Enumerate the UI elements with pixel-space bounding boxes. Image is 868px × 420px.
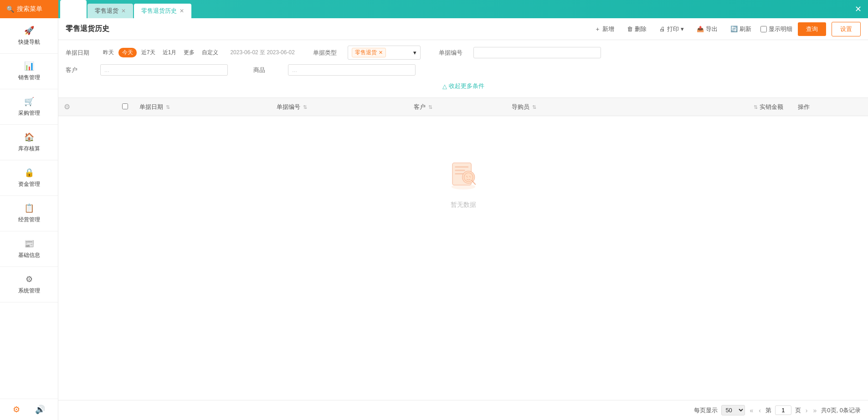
sidebar-item-system[interactable]: ⚙ 系统管理 — [0, 267, 58, 302]
sort-doc-date-icon: ⇅ — [166, 104, 170, 110]
window-close-btn[interactable]: ✕ — [848, 4, 868, 14]
sidebar-item-sales-label: 销售管理 — [18, 74, 40, 82]
sidebar-item-inventory[interactable]: 🏠 库存核算 — [0, 125, 58, 160]
sidebar-item-operations[interactable]: 📋 经营管理 — [0, 196, 58, 231]
doc-type-tag-close[interactable]: ✕ — [379, 50, 383, 56]
search-menu-btn[interactable]: 🔍 搜索菜单 — [0, 0, 58, 18]
print-label: 打印 — [667, 25, 679, 33]
basic-info-icon: 📰 — [24, 239, 34, 249]
empty-icon — [443, 153, 484, 194]
print-icon: 🖨 — [659, 26, 665, 32]
page-size-select[interactable]: 50 100 200 — [721, 405, 745, 415]
delete-btn[interactable]: 🗑 删除 — [623, 23, 650, 35]
query-btn[interactable]: 查询 — [798, 22, 826, 36]
export-icon: 📤 — [697, 26, 704, 32]
collapse-btn[interactable]: △ 收起更多条件 — [66, 80, 861, 92]
sidebar-item-quick-nav[interactable]: 🚀 快捷导航 — [0, 18, 58, 54]
total-info: 共0页, 0条记录 — [821, 406, 861, 415]
table-settings-col[interactable]: ⚙ — [58, 98, 116, 116]
delete-icon: 🗑 — [627, 26, 633, 32]
date-quick-btns: 昨天 今天 近7天 近1月 更多 自定义 — [100, 48, 221, 57]
svg-rect-2 — [455, 166, 468, 168]
new-btn[interactable]: ＋ 新增 — [591, 23, 618, 35]
table-col-customer-label: 客户 — [414, 103, 426, 110]
collapse-label: 收起更多条件 — [449, 82, 484, 90]
sidebar-item-basic-info[interactable]: 📰 基础信息 — [0, 231, 58, 267]
set-btn[interactable]: 设置 — [832, 22, 861, 36]
date-btn-7days[interactable]: 近7天 — [139, 48, 158, 57]
doc-no-input[interactable] — [473, 47, 601, 58]
purchase-icon: 🛒 — [24, 97, 34, 107]
tab-home[interactable]: 首页 — [60, 0, 87, 18]
empty-text: 暂无数据 — [451, 201, 476, 209]
sort-customer-icon: ⇅ — [428, 104, 432, 110]
tab-retail-return-close[interactable]: ✕ — [121, 8, 126, 14]
table-col-doc-no[interactable]: 单据编号 ⇅ — [271, 98, 408, 116]
first-page-btn[interactable]: « — [749, 407, 754, 414]
sidebar-item-purchase[interactable]: 🛒 采购管理 — [0, 89, 58, 125]
print-btn[interactable]: 🖨 打印 ▾ — [656, 23, 688, 35]
refresh-icon: 🔄 — [730, 26, 738, 32]
table-col-guide-label: 导购员 — [512, 103, 529, 110]
goods-input[interactable]: ... — [288, 64, 416, 76]
goods-placeholder: ... — [292, 67, 411, 73]
sales-icon: 📊 — [24, 61, 34, 71]
date-btn-1month[interactable]: 近1月 — [160, 48, 180, 57]
empty-state: 暂无数据 — [58, 116, 868, 246]
filter-row-2: 客户 ... 商品 ... — [66, 64, 861, 76]
table-checkbox-col — [116, 98, 134, 116]
volume-icon[interactable]: 🔊 — [35, 405, 45, 415]
date-btn-more[interactable]: 更多 — [181, 48, 197, 57]
select-all-checkbox[interactable] — [122, 103, 128, 109]
doc-type-select[interactable]: 零售退货 ✕ ▾ — [348, 46, 421, 60]
page-title: 零售退货历史 — [66, 24, 109, 34]
date-range-display: 2023-06-02 至 2023-06-02 — [230, 49, 294, 56]
customer-placeholder: ... — [104, 67, 224, 73]
tab-retail-return-history-close[interactable]: ✕ — [180, 8, 184, 14]
sidebar-item-finance-label: 资金管理 — [18, 180, 40, 188]
prev-page-btn[interactable]: ‹ — [758, 407, 762, 414]
date-btn-today[interactable]: 今天 — [118, 48, 137, 57]
sort-guide-icon: ⇅ — [532, 104, 536, 110]
doc-type-tag: 零售退货 ✕ — [352, 48, 386, 57]
date-btn-custom[interactable]: 自定义 — [199, 48, 221, 57]
page-unit-label: 页 — [795, 406, 801, 415]
customer-input[interactable]: ... — [100, 64, 228, 76]
refresh-label: 刷新 — [740, 25, 751, 33]
export-btn[interactable]: 📤 导出 — [693, 23, 721, 35]
print-dropdown-icon: ▾ — [681, 26, 684, 32]
new-label: 新增 — [602, 25, 614, 33]
settings-bottom-icon[interactable]: ⚙ — [13, 405, 20, 415]
show-detail-checkbox[interactable] — [760, 26, 767, 32]
next-page-btn[interactable]: › — [805, 407, 809, 414]
tab-retail-return-history[interactable]: 零售退货历史 ✕ — [134, 4, 191, 18]
tab-home-label: 首页 — [67, 5, 79, 13]
page-header: 零售退货历史 ＋ 新增 🗑 删除 🖨 打印 ▾ 📤 导出 — [58, 18, 868, 40]
sidebar-item-operations-label: 经营管理 — [18, 216, 40, 224]
export-label: 导出 — [706, 25, 718, 33]
tab-retail-return-label: 零售退货 — [95, 7, 118, 15]
svg-rect-3 — [455, 170, 465, 171]
pagination: 每页显示 50 100 200 « ‹ 第 页 › » 共0页, 0条记录 — [58, 400, 868, 420]
sidebar-item-finance[interactable]: 🔒 资金管理 — [0, 160, 58, 196]
page-number-input[interactable] — [775, 405, 791, 415]
tab-retail-return[interactable]: 零售退货 ✕ — [87, 4, 133, 18]
sidebar-item-sales[interactable]: 📊 销售管理 — [0, 54, 58, 89]
table-col-guide[interactable]: 导购员 ⇅ — [506, 98, 643, 116]
quick-nav-icon: 🚀 — [24, 26, 34, 36]
search-menu-label: 搜索菜单 — [17, 5, 42, 13]
table-col-amount[interactable]: ⇅ 实销金额 — [643, 98, 792, 116]
last-page-btn[interactable]: » — [812, 407, 818, 414]
collapse-icon: △ — [442, 83, 447, 90]
date-btn-yesterday[interactable]: 昨天 — [100, 48, 117, 57]
doc-type-tag-label: 零售退货 — [355, 49, 377, 56]
table-header-row: ⚙ 单据日期 ⇅ 单据编号 ⇅ 客户 — [58, 98, 868, 116]
svg-line-7 — [472, 181, 475, 184]
table-col-doc-date[interactable]: 单据日期 ⇅ — [134, 98, 271, 116]
table-col-customer[interactable]: 客户 ⇅ — [408, 98, 506, 116]
refresh-btn[interactable]: 🔄 刷新 — [727, 23, 755, 35]
main-layout: 🚀 快捷导航 📊 销售管理 🛒 采购管理 🏠 库存核算 🔒 资金管理 📋 经营管… — [0, 18, 868, 420]
table-col-doc-date-label: 单据日期 — [139, 103, 163, 110]
new-icon: ＋ — [595, 25, 601, 33]
table-col-amount-label: 实销金额 — [760, 103, 783, 110]
